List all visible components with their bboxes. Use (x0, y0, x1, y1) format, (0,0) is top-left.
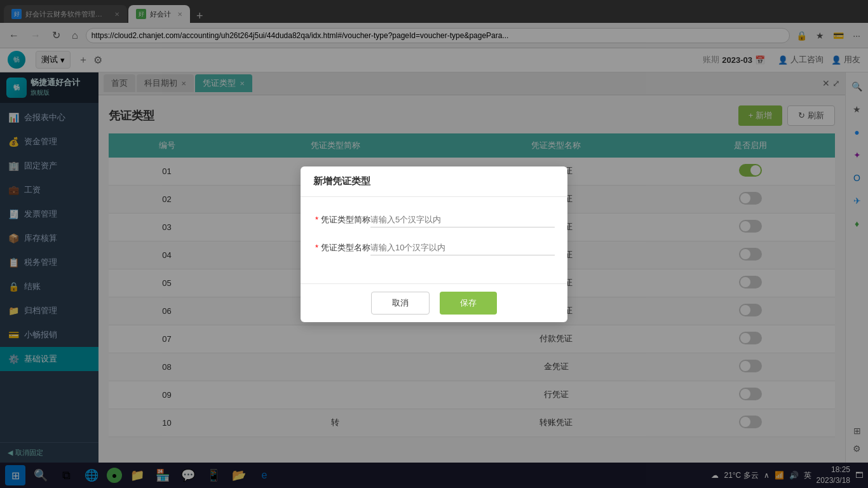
modal-header: 新增凭证类型 (301, 166, 567, 197)
abbr-input[interactable] (370, 212, 555, 227)
add-voucher-type-modal: 新增凭证类型 凭证类型简称 凭证类型名称 取消 保存 (301, 166, 567, 322)
abbr-row: 凭证类型简称 (313, 212, 555, 227)
modal-body: 凭证类型简称 凭证类型名称 (301, 197, 567, 283)
name-row: 凭证类型名称 (313, 240, 555, 255)
cancel-button[interactable]: 取消 (371, 292, 430, 315)
name-label: 凭证类型名称 (313, 242, 370, 254)
modal-title: 新增凭证类型 (313, 175, 370, 186)
abbr-label: 凭证类型简称 (313, 214, 370, 226)
save-button[interactable]: 保存 (440, 292, 497, 315)
name-input[interactable] (370, 240, 555, 255)
modal-footer: 取消 保存 (301, 283, 567, 322)
modal-overlay[interactable]: 新增凭证类型 凭证类型简称 凭证类型名称 取消 保存 (0, 0, 868, 488)
